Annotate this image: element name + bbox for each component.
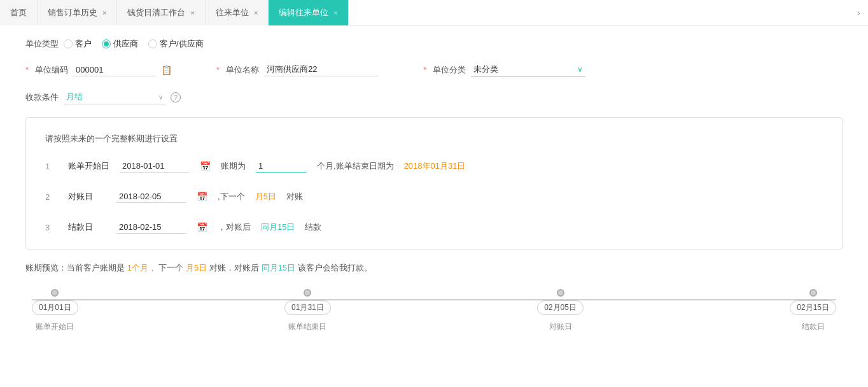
- tab-partner-units-label: 往来单位: [216, 7, 249, 18]
- row-label-3: 结款日: [68, 222, 106, 233]
- preview-payment-date: 同月15日: [262, 263, 295, 272]
- row-1-desc-after: 个月,账单结束日期为: [317, 160, 394, 172]
- unit-code-input[interactable]: [73, 64, 156, 76]
- payment-terms-dropdown[interactable]: 月结 ∨: [64, 90, 165, 104]
- row-3-desc-after: 结款: [305, 222, 321, 233]
- timeline-dot-3: [809, 289, 817, 297]
- reconcile-date-input[interactable]: [116, 190, 186, 203]
- unit-info-row: * 单位编码 📋 * 单位名称 * 单位分类 未分类 ∨: [25, 62, 843, 77]
- timeline-point-3: 02月15日 结款日: [790, 289, 836, 332]
- preview-suffix: 该客户会给我打款。: [298, 263, 372, 272]
- radio-customer[interactable]: 客户: [64, 38, 92, 50]
- unit-type-label: 单位类型: [25, 38, 59, 50]
- timeline-date-1: 01月31日: [284, 300, 331, 315]
- calendar-icon-start[interactable]: 📅: [200, 161, 211, 171]
- timeline-container: 01月01日 账单开始日 01月31日 账单结束日 02月05日 对账日 02月…: [25, 289, 843, 332]
- timeline-dot-0: [51, 289, 59, 297]
- payment-terms-field: 收款条件 月结 ∨ ?: [25, 90, 181, 104]
- payment-date-input[interactable]: [116, 221, 186, 234]
- tab-partner-units[interactable]: 往来单位 ×: [206, 0, 269, 25]
- radio-circle-both: [148, 39, 157, 48]
- timeline-dot-1: [304, 289, 311, 297]
- payment-terms-label: 收款条件: [25, 92, 59, 103]
- setting-row-2: 2 对账日 📅 ,下一个 月5日 对账: [45, 190, 823, 203]
- payment-terms-row: 收款条件 月结 ∨ ?: [25, 90, 843, 104]
- end-date-highlight: 2018年01月31日: [404, 160, 466, 172]
- main-content: 单位类型 客户 供应商 客户/供应商 * 单位编码: [0, 25, 868, 387]
- unit-type-row: 单位类型 客户 供应商 客户/供应商: [25, 38, 843, 50]
- row-2-desc-before: ,下一个: [218, 191, 245, 202]
- timeline-point-0: 01月01日 账单开始日: [32, 289, 78, 332]
- timeline-label-3: 结款日: [802, 321, 825, 332]
- unit-category-label: 单位分类: [433, 64, 466, 76]
- chevron-down-icon: ∨: [577, 65, 583, 74]
- row-3-desc-before: ，对账后: [218, 222, 251, 233]
- required-star-category: *: [423, 65, 426, 74]
- row-1-desc-before: 账期为: [221, 160, 246, 172]
- radio-customer-label: 客户: [75, 38, 92, 50]
- radio-both-label: 客户/供应商: [160, 38, 204, 50]
- radio-supplier-label: 供应商: [113, 38, 138, 50]
- calendar-icon-code[interactable]: 📋: [161, 65, 172, 75]
- period-input[interactable]: [256, 160, 307, 172]
- close-icon[interactable]: ×: [254, 9, 258, 17]
- settings-card: 请按照未来的一个完整帐期进行设置 1 账单开始日 📅 账期为 个月,账单结束日期…: [25, 117, 843, 250]
- unit-type-field: 单位类型 客户 供应商 客户/供应商: [25, 38, 204, 50]
- tab-cash-work[interactable]: 钱货日清工作台 ×: [117, 0, 205, 25]
- tab-home[interactable]: 首页: [0, 0, 38, 25]
- preview-section: 账期预览：当前客户账期是 1个月， 下一个 月5日 对账，对账后 同月15日 该…: [25, 262, 843, 274]
- timeline-points: 01月01日 账单开始日 01月31日 账单结束日 02月05日 对账日 02月…: [32, 289, 836, 332]
- preview-reconcile-date: 月5日: [186, 263, 207, 272]
- row-number-1: 1: [45, 162, 58, 171]
- tab-edit-partner-label: 编辑往来单位: [279, 7, 328, 18]
- radio-circle-customer: [64, 39, 73, 48]
- required-star-name: *: [216, 65, 220, 74]
- unit-code-field: * 单位编码 📋: [25, 64, 172, 76]
- timeline-label-1: 账单结束日: [288, 321, 326, 332]
- start-date-input[interactable]: [120, 160, 190, 172]
- row-number-2: 2: [45, 192, 58, 202]
- unit-name-label: 单位名称: [226, 64, 259, 76]
- setting-row-3: 3 结款日 📅 ，对账后 同月15日 结款: [45, 221, 823, 234]
- tab-cash-work-label: 钱货日清工作台: [127, 7, 185, 18]
- help-icon[interactable]: ?: [171, 92, 181, 102]
- tab-sales-history[interactable]: 销售订单历史 ×: [38, 0, 117, 25]
- timeline-point-1: 01月31日 账单结束日: [284, 289, 331, 332]
- radio-both[interactable]: 客户/供应商: [148, 38, 204, 50]
- payment-terms-value: 月结: [66, 91, 156, 102]
- tab-expand-button[interactable]: ›: [850, 8, 868, 18]
- preview-reconcile-suffix: 对账，对账后: [209, 263, 259, 272]
- timeline-label-2: 对账日: [549, 321, 572, 332]
- timeline-dot-2: [557, 289, 564, 297]
- row-number-3: 3: [45, 223, 58, 232]
- timeline-date-0: 01月01日: [32, 300, 78, 315]
- unit-name-input[interactable]: [264, 64, 379, 76]
- unit-type-radio-group: 客户 供应商 客户/供应商: [64, 38, 204, 50]
- unit-name-field: * 单位名称: [216, 64, 379, 76]
- close-icon[interactable]: ×: [190, 9, 194, 17]
- radio-supplier[interactable]: 供应商: [102, 38, 138, 50]
- preview-prefix: 账期预览：当前客户账期是: [25, 263, 125, 272]
- tab-sales-history-label: 销售订单历史: [48, 7, 97, 18]
- unit-code-label: 单位编码: [35, 64, 68, 76]
- payment-highlight: 同月15日: [261, 222, 295, 233]
- row-label-1: 账单开始日: [68, 160, 109, 172]
- tabs-bar: 首页 销售订单历史 × 钱货日清工作台 × 往来单位 × 编辑往来单位 × ›: [0, 0, 868, 25]
- timeline-date-2: 02月05日: [537, 300, 584, 315]
- unit-category-select[interactable]: 未分类 ∨: [471, 62, 585, 77]
- calendar-icon-reconcile[interactable]: 📅: [197, 192, 207, 202]
- card-title: 请按照未来的一个完整帐期进行设置: [45, 133, 823, 144]
- required-star: *: [25, 65, 29, 74]
- timeline-date-3: 02月15日: [790, 300, 836, 315]
- close-icon[interactable]: ×: [333, 9, 337, 17]
- preview-term: 1个月，: [127, 263, 157, 272]
- calendar-icon-payment[interactable]: 📅: [197, 222, 207, 232]
- unit-category-value: 未分类: [473, 64, 577, 75]
- row-label-2: 对账日: [68, 191, 106, 202]
- unit-category-field: * 单位分类 未分类 ∨: [423, 62, 585, 77]
- close-icon[interactable]: ×: [102, 9, 106, 17]
- tab-home-label: 首页: [10, 7, 27, 18]
- chevron-down-icon-payment: ∨: [158, 94, 163, 101]
- timeline-label-0: 账单开始日: [36, 321, 74, 332]
- tab-edit-partner[interactable]: 编辑往来单位 ×: [269, 0, 348, 25]
